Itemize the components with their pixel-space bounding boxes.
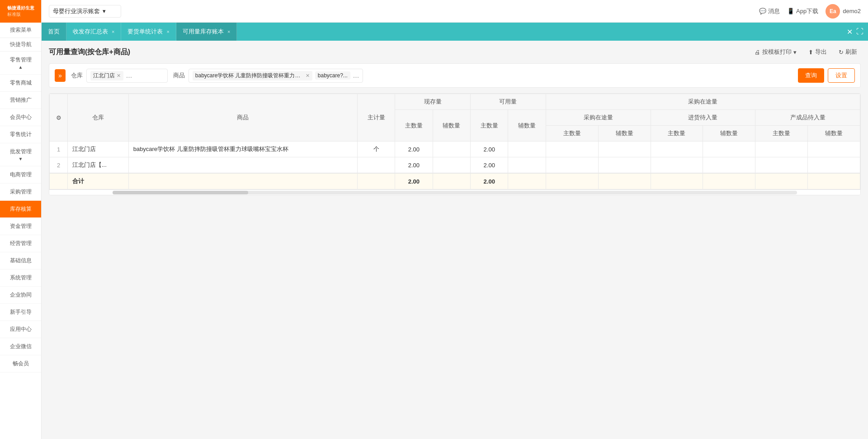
sidebar-item-newbie[interactable]: 新手引导	[0, 304, 41, 321]
row-purchase-aux	[598, 142, 651, 157]
tab-order_stats[interactable]: 要货单统计表×	[121, 23, 176, 41]
sidebar-item-label: 企业协同	[10, 291, 32, 299]
tab-available_stock[interactable]: 可用量库存账本×	[176, 23, 237, 41]
sidebar-item-label: 电商管理	[10, 171, 32, 179]
filter-expand-button[interactable]: »	[55, 69, 66, 82]
username-label: demo2	[843, 8, 861, 14]
tab-close-icon[interactable]: ×	[166, 29, 169, 34]
query-button[interactable]: 查询	[798, 68, 824, 83]
row-unit	[357, 157, 395, 174]
footer-label: 合计	[68, 173, 129, 189]
sidebar-item-label: 畅会员	[13, 360, 29, 368]
warehouse-tags[interactable]: 江北门店 ✕ ...	[86, 69, 168, 83]
group-purchase-forecast: 采购在途量	[546, 94, 860, 110]
col-settings[interactable]: ⚙	[50, 94, 68, 142]
sidebar-item-retail-mall[interactable]: 零售商城	[0, 75, 41, 92]
col-unit-header: 主计量	[357, 94, 395, 142]
sidebar-item-finance[interactable]: 资金管理	[0, 218, 41, 235]
product-label: 商品	[173, 71, 185, 80]
row-current-main: 2.00	[395, 142, 433, 157]
warehouse-more-icon[interactable]: ...	[126, 71, 132, 80]
row-current-aux	[433, 157, 470, 174]
message-button[interactable]: 💬 消息	[759, 7, 780, 15]
logo-line1: 畅捷通好生意	[7, 5, 34, 11]
tab-bar-right: ✕ ⛶	[842, 23, 868, 41]
tab-home[interactable]: 首页	[42, 23, 66, 41]
print-template-button[interactable]: 🖨 按模板打印 ▾	[751, 46, 800, 58]
product-tags[interactable]: babycare学饮杯 儿童防摔防撞吸管杯重力球吸嘴杯宝宝水杯 ✕ babyca…	[189, 69, 363, 83]
sidebar-item-label: 基础信息	[10, 257, 32, 264]
user-menu[interactable]: Ea demo2	[826, 4, 861, 19]
row-incoming-main	[651, 142, 703, 157]
row-incoming-main	[651, 157, 703, 174]
sidebar-item-members[interactable]: 会员中心	[0, 109, 41, 126]
table-scrollbar[interactable]	[49, 189, 860, 195]
sidebar-item-label: 会员中心	[10, 113, 32, 121]
export-button[interactable]: ⬆ 导出	[805, 46, 830, 58]
sub-purchase-transit: 采购在途量	[546, 110, 651, 126]
product-more-icon[interactable]: ...	[353, 71, 359, 80]
sidebar-item-system[interactable]: 系统管理	[0, 269, 41, 287]
row-product: babycare学饮杯 儿童防摔防撞吸管杯重力球吸嘴杯宝宝水杯	[128, 142, 357, 157]
col-inc-main: 主数量	[651, 126, 703, 142]
tab-close-all-icon[interactable]: ✕	[847, 28, 853, 36]
sidebar-item-appstore[interactable]: 应用中心	[0, 321, 41, 338]
table-row: 1江北门店babycare学饮杯 儿童防摔防撞吸管杯重力球吸嘴杯宝宝水杯个2.0…	[50, 142, 860, 157]
row-current-main: 2.00	[395, 157, 433, 174]
sidebar-item-operations[interactable]: 经营管理	[0, 235, 41, 252]
export-icon: ⬆	[808, 49, 813, 56]
sidebar-search[interactable]: 搜索菜单	[0, 23, 41, 38]
sidebar-item-label: 经营管理	[10, 240, 32, 247]
row-current-aux	[433, 142, 470, 157]
col-available-aux: 辅数量	[508, 110, 546, 142]
sub-incoming: 进货待入量	[651, 110, 755, 126]
page-actions: 🖨 按模板打印 ▾ ⬆ 导出 ↻ 刷新	[751, 46, 861, 58]
sidebar-item-marketing[interactable]: 营销推广	[0, 92, 41, 109]
scrollbar-thumb[interactable]	[113, 191, 248, 194]
tab-label: 首页	[48, 28, 60, 36]
product-tag-2: babycare?...	[315, 71, 350, 80]
sidebar-item-members2[interactable]: 畅会员	[0, 355, 41, 373]
col-current-main: 主数量	[395, 110, 433, 142]
industry-selector[interactable]: 母婴行业演示账套 ▾	[49, 5, 121, 18]
product-filter: 商品 babycare学饮杯 儿童防摔防撞吸管杯重力球吸嘴杯宝宝水杯 ✕ bab…	[173, 69, 363, 83]
col-pur-main: 主数量	[546, 126, 598, 142]
warehouse-tag-close[interactable]: ✕	[117, 73, 121, 79]
chevron-down-icon: ▾	[793, 49, 797, 56]
sidebar-item-ecommerce[interactable]: 电商管理	[0, 166, 41, 184]
col-product-header: 商品	[128, 94, 357, 142]
table-footer-row: 合计 2.00 2.00	[50, 173, 860, 189]
col-prod-aux: 辅数量	[808, 126, 860, 142]
tab-income[interactable]: 收发存汇总表×	[66, 23, 121, 41]
sidebar-quick-nav[interactable]: 快捷导航	[0, 38, 41, 52]
product-tag-1: babycare学饮杯 儿童防摔防撞吸管杯重力球吸嘴杯宝宝水杯 ✕	[193, 71, 312, 80]
sidebar-item-label: 零售统计	[10, 131, 32, 138]
tab-close-icon[interactable]: ×	[112, 29, 114, 34]
table-row: 2江北门店【...2.002.00	[50, 157, 860, 174]
sidebar-item-enterprise[interactable]: 企业协同	[0, 287, 41, 304]
row-purchase-aux	[598, 157, 651, 174]
col-prod-main: 主数量	[755, 126, 808, 142]
sidebar-item-purchase[interactable]: 采购管理	[0, 184, 41, 201]
sidebar-item-wholesale[interactable]: 批发管理▼	[0, 143, 41, 166]
sidebar-item-basic[interactable]: 基础信息	[0, 252, 41, 269]
sidebar-item-label: 系统管理	[10, 274, 32, 282]
sidebar-item-label: 资金管理	[10, 222, 32, 230]
settings-button[interactable]: 设置	[828, 68, 855, 83]
sidebar-item-label: 零售商城	[10, 79, 32, 87]
sidebar-arrow-icon: ▼	[19, 156, 23, 161]
row-unit: 个	[357, 142, 395, 157]
app-download-button[interactable]: 📱 App下载	[787, 7, 818, 15]
row-incoming-aux	[703, 157, 755, 174]
sidebar-item-label: 营销推广	[10, 96, 32, 104]
sidebar-item-retail-stats[interactable]: 零售统计	[0, 126, 41, 143]
tab-close-icon[interactable]: ×	[227, 29, 230, 34]
tab-expand-icon[interactable]: ⛶	[856, 28, 863, 36]
sidebar-item-enterprise-wechat[interactable]: 企业微信	[0, 338, 41, 355]
sidebar-item-retail[interactable]: 零售管理▲	[0, 52, 41, 75]
refresh-button[interactable]: ↻ 刷新	[835, 46, 861, 58]
sidebar-item-inventory[interactable]: 库存核算	[0, 201, 41, 218]
product-tag1-close[interactable]: ✕	[306, 73, 310, 79]
sidebar: 畅捷通好生意 标准版 搜索菜单 快捷导航 零售管理▲零售商城营销推广会员中心零售…	[0, 0, 42, 439]
row-available-aux	[508, 157, 546, 174]
